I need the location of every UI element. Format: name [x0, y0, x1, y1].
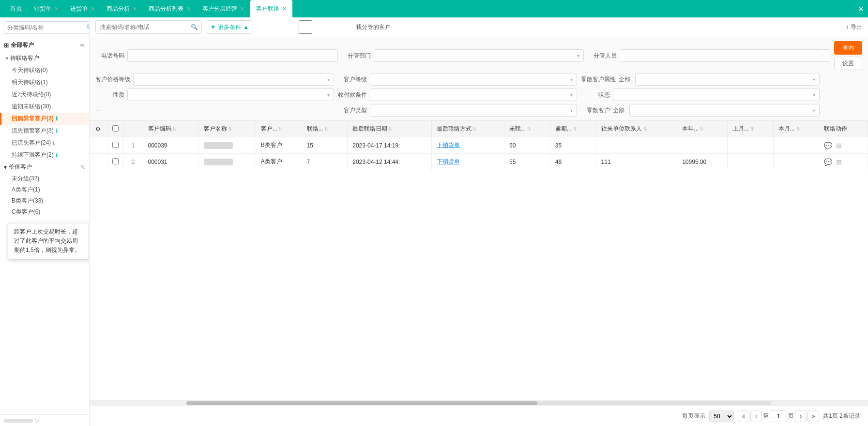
row2-this-month: [773, 154, 819, 170]
phone-input[interactable]: [127, 49, 338, 62]
sidebar-scrollbar[interactable]: [4, 419, 33, 423]
scrollbar-thumb[interactable]: [186, 401, 537, 405]
chevron-up-icon: ▲: [243, 24, 249, 30]
status-select[interactable]: ▾: [613, 88, 820, 101]
page-input[interactable]: [770, 411, 787, 422]
export-button[interactable]: ↑ 导出: [846, 23, 862, 31]
sidebar-item-declining[interactable]: 持续下滑客户(2) ℹ: [0, 149, 89, 161]
settings-button[interactable]: 设置: [834, 57, 862, 70]
close-customer-tier-tab[interactable]: ✕: [240, 6, 244, 12]
nature-select[interactable]: ▾: [127, 88, 334, 101]
sidebar-item-unclassified[interactable]: 未分组(32): [0, 173, 89, 184]
sidebar-item-class-a[interactable]: A类客户(1): [0, 184, 89, 195]
last-page-button[interactable]: »: [807, 411, 819, 422]
row2-code: 000031: [143, 154, 198, 170]
nav-product-analysis[interactable]: 商品分析 ✕: [101, 0, 143, 17]
row1-this-year: [677, 137, 728, 154]
sidebar-bottom: ▷: [0, 414, 89, 426]
close-all-tabs[interactable]: ✕: [858, 4, 864, 14]
horizontal-scrollbar[interactable]: [90, 400, 868, 406]
row1-checkbox-input[interactable]: [112, 142, 119, 148]
my-customers-checkbox[interactable]: [257, 20, 354, 34]
sidebar-item-churn-warning[interactable]: 流失预警客户(3) ℹ: [0, 125, 89, 137]
chevron-down-icon-9: ▾: [813, 92, 815, 98]
filter-ellipsis: ···: [95, 106, 334, 114]
sort-icon-overdue[interactable]: ⇅: [573, 126, 577, 132]
sidebar-item-class-b[interactable]: B类客户(33): [0, 195, 89, 206]
price-level-select[interactable]: ▾: [133, 73, 334, 86]
department-select[interactable]: ▾: [374, 49, 584, 62]
sort-icon-last-month[interactable]: ⇅: [750, 126, 754, 132]
main-search-input[interactable]: [95, 20, 202, 34]
search-wrapper: 🔍: [95, 20, 202, 34]
row1-checkbox[interactable]: [107, 137, 123, 154]
info-icon-3: ℹ: [53, 140, 55, 146]
sidebar-collapse-button[interactable]: ≪: [79, 42, 85, 48]
sidebar-search-button[interactable]: 🔍: [83, 21, 90, 34]
nav-home[interactable]: 首页: [4, 0, 28, 17]
sort-icon-this-year[interactable]: ⇅: [700, 126, 703, 132]
row2-chat-icon[interactable]: 💬: [824, 158, 832, 166]
row1-action: 💬 ⊞: [819, 137, 868, 154]
sort-icon-contact[interactable]: ⇅: [324, 126, 328, 132]
scrollbar-track: [186, 401, 771, 405]
query-button[interactable]: 查询: [834, 41, 862, 55]
close-purchase-tab[interactable]: ✕: [91, 6, 95, 12]
sidebar-group-value-title[interactable]: ▾ 价值客户 ✎: [0, 161, 89, 173]
prev-page-button[interactable]: ‹: [750, 411, 762, 422]
sidebar-item-overdue[interactable]: 逾期未联络(30): [0, 101, 89, 113]
close-product-analysis-list-tab[interactable]: ✕: [186, 6, 191, 12]
payment-select[interactable]: ▾: [370, 88, 577, 101]
sidebar-item-today[interactable]: 今天待联络(0): [0, 64, 89, 76]
sidebar-search-input[interactable]: [4, 21, 83, 34]
sort-icon-type[interactable]: ⇅: [278, 126, 282, 132]
col-checkbox-header[interactable]: [107, 121, 123, 137]
sort-icon-name[interactable]: ⇅: [228, 126, 232, 132]
sidebar-item-class-c[interactable]: C类客户(6): [0, 206, 89, 218]
sort-icon-uncontacted[interactable]: ⇅: [527, 126, 531, 132]
sidebar-item-churned[interactable]: 已流失客户(24) ℹ: [0, 137, 89, 149]
sort-icon-last-date[interactable]: ⇅: [388, 126, 392, 132]
sidebar-item-7days[interactable]: 近7天待联络(0): [0, 88, 89, 101]
row1-qr-icon[interactable]: ⊞: [836, 142, 842, 149]
sort-icon-this-month[interactable]: ⇅: [796, 126, 800, 132]
sidebar-item-tomorrow[interactable]: 明天待联络(1): [0, 76, 89, 88]
close-product-analysis-tab[interactable]: ✕: [133, 6, 137, 12]
per-page-select[interactable]: 50 100 200: [709, 411, 734, 422]
nav-product-analysis-list[interactable]: 商品分析列表 ✕: [143, 0, 197, 17]
row1-no: 1: [123, 137, 143, 154]
my-customers-filter[interactable]: 我分管的客户: [257, 20, 391, 34]
close-customer-contact-tab[interactable]: ✕: [282, 6, 287, 12]
row1-chat-icon[interactable]: 💬: [824, 142, 832, 149]
sidebar-item-repurchase-abnormal[interactable]: 回购异常客户(2) ℹ: [0, 113, 89, 125]
pagination-nav: « ‹ 第 页 › »: [738, 411, 819, 422]
first-page-button[interactable]: «: [738, 411, 749, 422]
expand-icon[interactable]: ▷: [35, 417, 39, 424]
customer-level-select[interactable]: ▾: [370, 73, 577, 86]
sort-icon-last-method[interactable]: ⇅: [472, 126, 476, 132]
retail-customer-select[interactable]: ▾: [629, 104, 820, 117]
nav-customer-contact[interactable]: 客户联络 ✕: [250, 0, 292, 17]
row2-checkbox-input[interactable]: [112, 158, 119, 164]
chevron-down-icon-10: ▾: [570, 108, 573, 113]
sidebar-group-pending-title[interactable]: ▾ 待联络客户: [0, 52, 89, 64]
sort-icon-code[interactable]: ⇅: [172, 126, 176, 132]
manager-select[interactable]: ···: [620, 49, 830, 62]
sidebar-section-header: ⊞ 全部客户 ≪: [0, 38, 89, 52]
retail-attr-select[interactable]: ▾: [635, 73, 820, 86]
filter-row-1: 电话号码 分管部门 ▾ 分管人员 ···: [95, 41, 862, 70]
table-row: 1 000039 B类客户 15 2023-04-17 14:19: 下销货单 …: [90, 137, 868, 154]
row2-qr-icon[interactable]: ⊞: [836, 158, 842, 166]
nav-customer-tier[interactable]: 客户分层经营 ✕: [197, 0, 250, 17]
nav-purchase[interactable]: 进货单 ✕: [64, 0, 101, 17]
filter-more-conditions[interactable]: ▼ 更多条件 ▲: [206, 20, 253, 34]
close-sales-tab[interactable]: ✕: [54, 6, 59, 12]
next-page-button[interactable]: ›: [795, 411, 807, 422]
edit-icon[interactable]: ✎: [80, 164, 85, 171]
sort-icon-contact-person[interactable]: ⇅: [643, 126, 647, 132]
customer-type-select[interactable]: ▾: [370, 104, 577, 117]
select-all-checkbox[interactable]: [112, 125, 119, 132]
nav-sales[interactable]: 销货单 ✕: [28, 0, 64, 17]
col-settings[interactable]: ⚙: [90, 121, 107, 137]
row2-checkbox[interactable]: [107, 154, 123, 170]
